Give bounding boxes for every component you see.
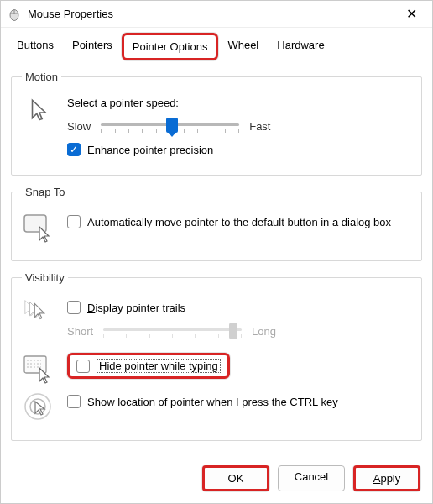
fast-label: Fast bbox=[249, 120, 270, 133]
snapto-icon bbox=[22, 212, 57, 245]
mouse-icon bbox=[8, 8, 21, 21]
close-button[interactable]: ✕ bbox=[398, 3, 425, 25]
snapto-group: Snap To Automatically move pointer to th… bbox=[11, 186, 422, 261]
speed-label: Select a pointer speed: bbox=[67, 97, 411, 109]
svg-rect-4 bbox=[24, 356, 46, 373]
trails-label[interactable]: Display pointer trails bbox=[87, 302, 185, 314]
trails-icon bbox=[22, 297, 57, 324]
short-label: Short bbox=[67, 325, 93, 338]
footer-buttons: OK Cancel Apply bbox=[1, 457, 432, 503]
cancel-button[interactable]: Cancel bbox=[278, 465, 345, 491]
visibility-legend: Visibility bbox=[22, 271, 68, 284]
hide-typing-icon bbox=[22, 353, 57, 386]
show-ctrl-label[interactable]: Show location of pointer when I press th… bbox=[87, 396, 338, 408]
pointer-icon bbox=[22, 97, 57, 125]
enhance-precision-label[interactable]: Enhance pointer precision bbox=[87, 144, 213, 156]
mouse-properties-window: Mouse Properties ✕ Buttons Pointers Poin… bbox=[0, 0, 433, 504]
speed-slider[interactable] bbox=[101, 116, 239, 136]
show-ctrl-checkbox[interactable] bbox=[67, 395, 81, 408]
tab-wheel[interactable]: Wheel bbox=[218, 33, 268, 60]
content-area: Motion Select a pointer speed: Slow bbox=[1, 60, 432, 457]
snapto-label[interactable]: Automatically move pointer to the defaul… bbox=[87, 216, 391, 228]
tab-pointer-options[interactable]: Pointer Options bbox=[122, 33, 219, 60]
snapto-legend: Snap To bbox=[22, 186, 68, 198]
window-title: Mouse Properties bbox=[28, 8, 398, 20]
motion-group: Motion Select a pointer speed: Slow bbox=[11, 71, 422, 176]
slow-label: Slow bbox=[67, 120, 91, 133]
hide-typing-highlight: Hide pointer while typing bbox=[67, 353, 230, 379]
apply-button[interactable]: Apply bbox=[353, 465, 420, 491]
tab-buttons[interactable]: Buttons bbox=[8, 33, 63, 60]
svg-rect-3 bbox=[24, 215, 46, 232]
trails-slider bbox=[103, 321, 242, 341]
trails-checkbox[interactable] bbox=[67, 301, 81, 314]
long-label: Long bbox=[252, 325, 276, 338]
titlebar: Mouse Properties ✕ bbox=[1, 1, 432, 28]
enhance-precision-checkbox[interactable] bbox=[67, 143, 81, 156]
ctrl-locate-icon bbox=[22, 391, 57, 425]
hide-typing-checkbox[interactable] bbox=[76, 360, 90, 373]
tab-hardware[interactable]: Hardware bbox=[268, 33, 333, 60]
ok-button[interactable]: OK bbox=[202, 465, 269, 491]
snapto-checkbox[interactable] bbox=[67, 215, 81, 228]
tab-pointers[interactable]: Pointers bbox=[63, 33, 122, 60]
visibility-group: Visibility Display pointer trails bbox=[11, 271, 422, 441]
tabs: Buttons Pointers Pointer Options Wheel H… bbox=[1, 28, 432, 60]
motion-legend: Motion bbox=[22, 71, 61, 83]
hide-typing-label[interactable]: Hide pointer while typing bbox=[97, 359, 221, 373]
